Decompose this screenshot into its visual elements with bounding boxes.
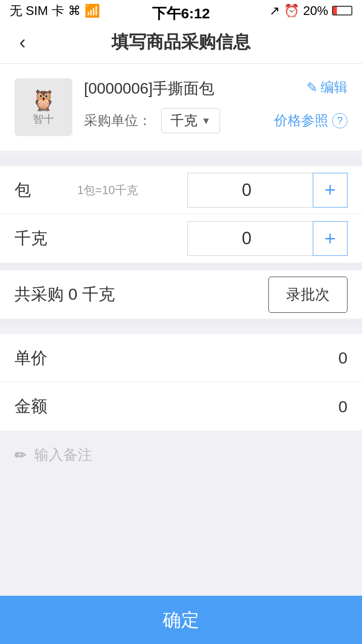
price-ref-help-icon: ? xyxy=(332,113,348,128)
pack-plus-button[interactable]: + xyxy=(313,173,348,208)
status-left: 无 SIM 卡 ⌘ 📶 xyxy=(10,2,100,19)
wifi-signal: 📶 xyxy=(84,3,100,18)
product-image: 🦉 智十 xyxy=(14,78,72,136)
section-divider-1 xyxy=(0,158,362,166)
unit-price-label: 单价 xyxy=(14,347,338,369)
page-title: 填写商品采购信息 xyxy=(111,30,251,54)
pencil-icon: ✏ xyxy=(14,447,27,463)
kg-plus-button[interactable]: + xyxy=(313,221,348,256)
battery-bar xyxy=(332,6,352,15)
price-section: 单价 0 金额 0 xyxy=(0,334,362,431)
location-icon: ↗ xyxy=(269,3,280,18)
back-button[interactable]: ‹ xyxy=(14,27,30,58)
total-row: 共采购 0 千克 录批次 xyxy=(0,270,362,319)
total-label: 共采购 0 千克 xyxy=(14,283,268,306)
quantity-section: 包 1包=10千克 + 千克 + xyxy=(0,166,362,263)
status-right: ↗ ⏰ 20% xyxy=(269,3,352,18)
product-logo-icon: 🦉 xyxy=(31,88,56,112)
unit-select[interactable]: 千克 ▼ xyxy=(161,108,220,133)
pack-sublabel: 1包=10千克 xyxy=(77,182,187,198)
pack-input[interactable] xyxy=(187,173,313,208)
notes-placeholder: 输入备注 xyxy=(34,445,92,465)
amount-label: 金额 xyxy=(14,395,338,418)
product-card: 🦉 智十 [0000006]手撕面包 采购单位： 千克 ▼ 价格参照 ? ✎ 编… xyxy=(0,64,362,151)
confirm-button[interactable]: 确定 xyxy=(0,596,362,644)
bottom-space xyxy=(0,479,362,615)
record-batch-button[interactable]: 录批次 xyxy=(268,277,348,313)
edit-icon: ✎ xyxy=(306,80,318,96)
pack-field-wrap: + xyxy=(187,173,348,208)
carrier-label: 无 SIM 卡 xyxy=(10,2,64,19)
price-ref-label: 价格参照 xyxy=(274,112,328,130)
product-logo-text: 智十 xyxy=(33,112,54,126)
unit-price-value: 0 xyxy=(338,349,348,367)
amount-row: 金额 0 xyxy=(0,382,362,431)
nav-bar: ‹ 填写商品采购信息 xyxy=(0,21,362,64)
battery-pct: 20% xyxy=(303,3,328,18)
notes-section[interactable]: ✏ 输入备注 xyxy=(0,431,362,479)
kg-input-row: 千克 + xyxy=(0,214,362,263)
unit-arrow-icon: ▼ xyxy=(201,115,211,126)
kg-label: 千克 xyxy=(14,227,72,250)
edit-button[interactable]: ✎ 编辑 xyxy=(306,78,348,97)
kg-input[interactable] xyxy=(187,221,313,256)
price-ref-button[interactable]: 价格参照 ? xyxy=(274,112,348,130)
edit-label: 编辑 xyxy=(320,78,348,97)
unit-value: 千克 xyxy=(170,112,197,130)
status-time: 下午6:12 xyxy=(152,4,210,24)
section-divider-3 xyxy=(0,319,362,326)
amount-value: 0 xyxy=(338,397,348,416)
status-bar: 无 SIM 卡 ⌘ 📶 下午6:12 ↗ ⏰ 20% xyxy=(0,0,362,21)
product-meta: 采购单位： 千克 ▼ 价格参照 ? xyxy=(84,108,348,133)
unit-price-row: 单价 0 xyxy=(0,334,362,382)
pack-label: 包 xyxy=(14,179,72,201)
purchase-unit-label: 采购单位： xyxy=(84,112,152,130)
section-divider-2 xyxy=(0,263,362,270)
battery-fill xyxy=(333,7,337,14)
kg-field-wrap: + xyxy=(187,221,348,256)
wifi-icon: ⌘ xyxy=(68,3,81,18)
pack-input-row: 包 1包=10千克 + xyxy=(0,166,362,214)
alarm-icon: ⏰ xyxy=(284,3,299,18)
